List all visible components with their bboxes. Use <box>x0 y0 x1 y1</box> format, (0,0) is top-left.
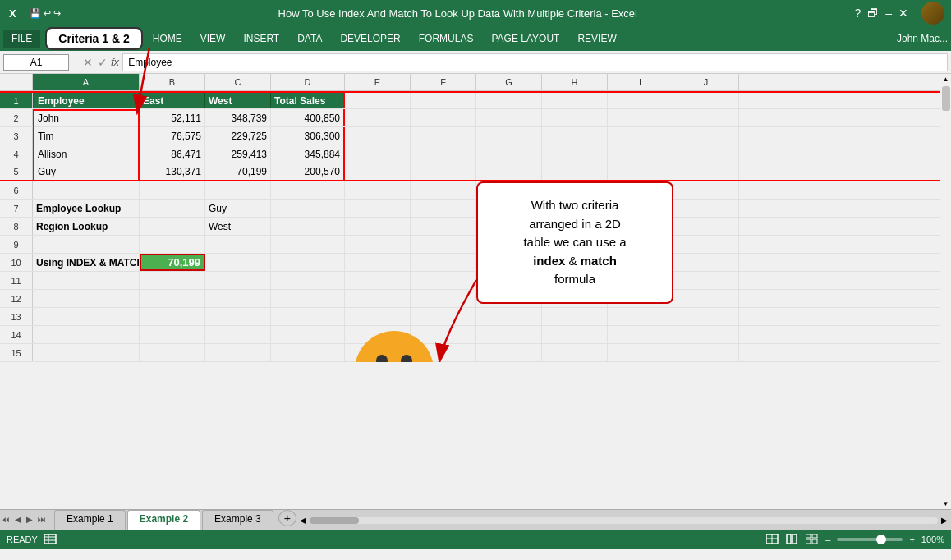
close-icon[interactable]: ✕ <box>898 7 908 20</box>
cell-F12[interactable] <box>411 290 476 307</box>
col-header-A[interactable]: A <box>33 74 140 90</box>
horizontal-scrollbar[interactable]: ◀ ▶ <box>296 510 951 530</box>
cell-J15[interactable] <box>673 344 739 361</box>
restore-icon[interactable]: 🗗 <box>867 7 879 20</box>
col-header-F[interactable]: F <box>411 74 476 90</box>
cell-I13[interactable] <box>608 308 673 325</box>
cell-I7[interactable] <box>608 200 673 217</box>
cell-H2[interactable] <box>542 109 608 126</box>
row-num-8[interactable]: 8 <box>0 218 33 235</box>
cell-I12[interactable] <box>608 290 673 307</box>
zoom-minus[interactable]: – <box>825 535 830 544</box>
cell-B13[interactable] <box>140 308 205 325</box>
cell-A4[interactable]: Allison <box>33 145 140 163</box>
tab-data[interactable]: DATA <box>289 30 330 48</box>
name-box[interactable] <box>3 54 69 71</box>
row-num-15[interactable]: 15 <box>0 344 33 361</box>
cell-I8[interactable] <box>608 218 673 235</box>
row-num-5[interactable]: 5 <box>0 163 33 180</box>
cell-J9[interactable] <box>673 236 739 253</box>
cell-G15[interactable] <box>476 344 542 361</box>
cell-G2[interactable] <box>476 109 542 126</box>
cell-G6[interactable] <box>476 181 542 199</box>
cell-D2[interactable]: 400,850 <box>271 109 345 126</box>
cell-E2[interactable] <box>345 109 411 126</box>
cell-D13[interactable] <box>271 308 345 325</box>
cell-D11[interactable] <box>271 272 345 289</box>
vertical-scrollbar[interactable]: ▲ ▼ <box>940 74 951 509</box>
cell-G12[interactable] <box>476 290 542 307</box>
cell-H12[interactable] <box>542 290 608 307</box>
cell-F1[interactable] <box>411 93 476 108</box>
cell-B2[interactable]: 52,111 <box>140 109 205 126</box>
tab-nav-last[interactable]: ⏭ <box>36 515 48 524</box>
cell-H4[interactable] <box>542 145 608 163</box>
cell-C15[interactable] <box>205 344 271 361</box>
zoom-plus[interactable]: + <box>909 535 914 544</box>
add-sheet-button[interactable]: + <box>278 510 296 526</box>
cell-B3[interactable]: 76,575 <box>140 127 205 145</box>
cell-J1[interactable] <box>673 93 739 108</box>
cell-E1[interactable] <box>345 93 411 108</box>
cell-H7[interactable] <box>542 200 608 217</box>
cell-D12[interactable] <box>271 290 345 307</box>
cell-G3[interactable] <box>476 127 542 145</box>
cell-C4[interactable]: 259,413 <box>205 145 271 163</box>
cell-A12[interactable] <box>33 290 140 307</box>
cell-C3[interactable]: 229,725 <box>205 127 271 145</box>
cell-D8[interactable] <box>271 218 345 235</box>
cell-C14[interactable] <box>205 326 271 343</box>
cell-J5[interactable] <box>673 163 739 180</box>
tab-view[interactable]: VIEW <box>192 30 234 48</box>
cell-B6[interactable] <box>140 181 205 199</box>
cell-I14[interactable] <box>608 326 673 343</box>
cell-B12[interactable] <box>140 290 205 307</box>
cell-I5[interactable] <box>608 163 673 180</box>
cell-B7[interactable] <box>140 200 205 217</box>
col-header-D[interactable]: D <box>271 74 345 90</box>
cell-H1[interactable] <box>542 93 608 108</box>
minimize-icon[interactable]: – <box>885 7 892 20</box>
cell-D1[interactable]: Total Sales <box>271 93 345 108</box>
cell-G9[interactable] <box>476 236 542 253</box>
row-num-13[interactable]: 13 <box>0 308 33 325</box>
cell-H5[interactable] <box>542 163 608 180</box>
cell-D9[interactable] <box>271 236 345 253</box>
cell-F7[interactable] <box>411 200 476 217</box>
cell-I4[interactable] <box>608 145 673 163</box>
cell-B15[interactable] <box>140 344 205 361</box>
cell-A8[interactable]: Region Lookup <box>33 218 140 235</box>
row-num-1[interactable]: 1 <box>0 93 33 108</box>
cell-D15[interactable] <box>271 344 345 361</box>
hscroll-left[interactable]: ◀ <box>300 516 306 525</box>
hscroll-right[interactable]: ▶ <box>941 516 948 525</box>
cell-I9[interactable] <box>608 236 673 253</box>
cell-B8[interactable] <box>140 218 205 235</box>
cell-G13[interactable] <box>476 308 542 325</box>
cell-A15[interactable] <box>33 344 140 361</box>
cell-E11[interactable] <box>345 272 411 289</box>
tab-nav-prev[interactable]: ◀ <box>13 515 23 524</box>
cell-C12[interactable] <box>205 290 271 307</box>
tab-insert[interactable]: INSERT <box>235 30 287 48</box>
cell-C6[interactable] <box>205 181 271 199</box>
col-header-C[interactable]: C <box>205 74 271 90</box>
cell-D10[interactable] <box>271 254 345 271</box>
help-icon[interactable]: ? <box>854 7 861 20</box>
cell-I11[interactable] <box>608 272 673 289</box>
cell-C9[interactable] <box>205 236 271 253</box>
cell-H13[interactable] <box>542 308 608 325</box>
cell-A10[interactable]: Using INDEX & MATCH <box>33 254 140 271</box>
zoom-slider-thumb[interactable] <box>876 535 886 544</box>
cell-E8[interactable] <box>345 218 411 235</box>
cell-J3[interactable] <box>673 127 739 145</box>
row-num-10[interactable]: 10 <box>0 254 33 271</box>
tab-page-layout[interactable]: PAGE LAYOUT <box>483 30 567 48</box>
cell-C11[interactable] <box>205 272 271 289</box>
cell-D7[interactable] <box>271 200 345 217</box>
cell-A13[interactable] <box>33 308 140 325</box>
cell-I15[interactable] <box>608 344 673 361</box>
col-header-E[interactable]: E <box>345 74 411 90</box>
cell-E5[interactable] <box>345 163 411 180</box>
zoom-slider[interactable] <box>837 538 903 541</box>
